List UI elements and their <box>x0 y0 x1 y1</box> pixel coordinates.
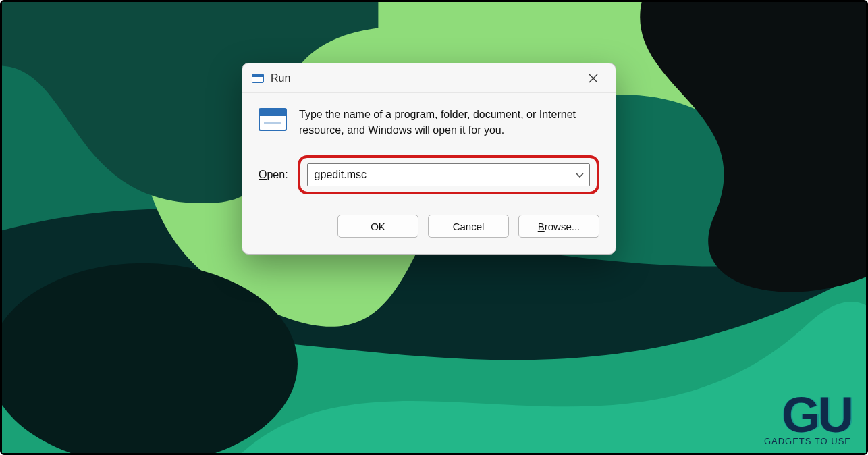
dialog-description: Type the name of a program, folder, docu… <box>299 107 599 138</box>
open-label: Open: <box>259 169 288 181</box>
open-input[interactable] <box>308 164 570 186</box>
watermark-logo: GU <box>764 395 851 435</box>
watermark-tagline: GADGETS TO USE <box>764 436 851 446</box>
open-dropdown-button[interactable] <box>570 164 589 186</box>
run-dialog: Run Type the name of a program, folder, … <box>242 63 616 255</box>
close-button[interactable] <box>578 63 609 93</box>
ok-button[interactable]: OK <box>337 215 418 238</box>
watermark: GU GADGETS TO USE <box>764 395 851 446</box>
dialog-title: Run <box>271 72 290 84</box>
input-highlight <box>298 155 599 194</box>
close-icon <box>589 74 598 83</box>
titlebar[interactable]: Run <box>242 63 616 93</box>
dialog-button-row: OK Cancel Browse... <box>242 200 616 254</box>
run-large-icon <box>259 108 287 131</box>
desktop: Run Type the name of a program, folder, … <box>0 0 868 455</box>
run-icon <box>252 74 264 83</box>
browse-button[interactable]: Browse... <box>518 215 599 238</box>
cancel-button[interactable]: Cancel <box>428 215 509 238</box>
chevron-down-icon <box>575 170 585 180</box>
open-combobox[interactable] <box>307 163 590 186</box>
